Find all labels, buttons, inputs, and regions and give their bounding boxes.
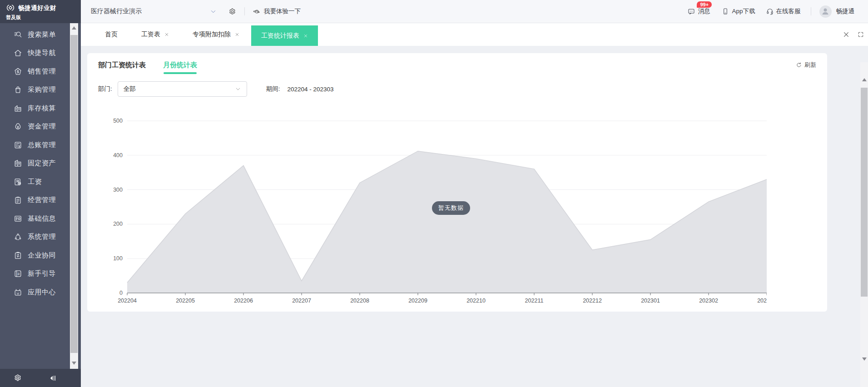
tab-close-icon[interactable]: [164, 32, 169, 37]
subtab-1[interactable]: 月份统计表: [163, 56, 197, 74]
tab-label: 工资表: [141, 30, 160, 39]
svg-text:202207: 202207: [292, 298, 311, 304]
sidebar-item-sales[interactable]: 销售管理: [0, 62, 70, 81]
messages-count-badge: 99+: [697, 1, 712, 8]
user-avatar[interactable]: [819, 5, 832, 18]
app-logo: 畅捷通好业财 普及版: [0, 0, 81, 23]
username-label[interactable]: 畅捷通: [836, 7, 855, 15]
guide-icon: 新: [14, 269, 22, 278]
app-download-button[interactable]: App下载: [722, 7, 755, 15]
svg-text:0: 0: [119, 290, 123, 296]
tab-label: 首页: [105, 30, 118, 39]
sidebar-item-search-menu[interactable]: 搜索菜单: [0, 25, 70, 44]
sidebar-item-base-info[interactable]: 基础信息: [0, 209, 70, 228]
period-filter-value: 202204 - 202303: [288, 86, 334, 93]
chevron-down-icon: [235, 86, 241, 92]
messages-button[interactable]: 消息 99+: [688, 7, 710, 15]
sidebar-item-inventory[interactable]: 库存核算: [0, 99, 70, 118]
phone-icon: [722, 8, 729, 15]
refresh-button[interactable]: 刷新: [796, 61, 816, 69]
tab-bar: 首页工资表专项附加扣除工资统计报表: [81, 23, 868, 46]
sidebar-item-label: 工资: [28, 178, 42, 186]
sidebar-item-ledger[interactable]: 总账管理: [0, 136, 70, 154]
svg-text:202303: 202303: [757, 298, 767, 304]
svg-text:新: 新: [17, 273, 20, 275]
sidebar-item-label: 基础信息: [28, 214, 56, 223]
funds-icon: [14, 122, 22, 131]
sidebar-item-guide[interactable]: 新新手引导: [0, 265, 70, 283]
page-scrollbar-thumb[interactable]: [861, 88, 868, 297]
page-scroll-down-icon[interactable]: [860, 355, 868, 362]
period-filter-label: 期间:: [266, 85, 280, 93]
page-scrollbar[interactable]: [860, 62, 868, 387]
sidebar-item-label: 企业协同: [28, 251, 56, 260]
svg-text:202206: 202206: [234, 298, 253, 304]
no-data-badge: 暂无数据: [432, 201, 470, 215]
sidebar-scroll-down-icon[interactable]: [70, 359, 78, 367]
sales-icon: [14, 67, 22, 76]
tab-document-3[interactable]: 工资统计报表: [251, 25, 318, 46]
tab-document-1[interactable]: 工资表: [129, 23, 181, 46]
sidebar-item-app-center[interactable]: 应用中心: [0, 283, 70, 302]
account-settings-gear-icon[interactable]: [228, 8, 236, 15]
sidebar-item-collab[interactable]: 企业协同: [0, 246, 70, 265]
sidebar-item-label: 应用中心: [28, 288, 56, 297]
tab-actions: [843, 23, 864, 46]
settings-gear-icon[interactable]: [14, 374, 22, 382]
tab-close-icon[interactable]: [235, 32, 239, 37]
sidebar-item-fixed-assets[interactable]: 固定资产: [0, 154, 70, 173]
chevron-down-icon[interactable]: [210, 8, 217, 15]
app-title: 畅捷通好业财: [18, 4, 56, 12]
sidebar-item-label: 固定资产: [28, 159, 56, 168]
system-icon: [14, 233, 22, 241]
department-select-value: 全部: [124, 85, 136, 93]
sidebar-item-operations[interactable]: 经营管理: [0, 191, 70, 210]
payroll-icon: [14, 178, 22, 186]
subtab-row: 部门工资统计表月份统计表 刷新: [87, 53, 827, 74]
divider: [811, 7, 811, 15]
expand-fullscreen-icon[interactable]: [858, 31, 864, 38]
sidebar-item-funds[interactable]: 资金管理: [0, 118, 70, 136]
sidebar-item-label: 采购管理: [28, 85, 56, 94]
sidebar-item-quick-nav[interactable]: 快捷导航: [0, 44, 70, 63]
ledger-icon: [14, 141, 22, 149]
refresh-icon: [796, 62, 802, 68]
chat-bubble-icon: [688, 8, 695, 15]
close-icon[interactable]: [843, 31, 850, 38]
online-support-button[interactable]: 在线客服: [766, 7, 801, 15]
experience-label: 我要体验一下: [264, 7, 301, 15]
online-support-label: 在线客服: [776, 7, 801, 15]
sidebar-item-label: 资金管理: [28, 122, 56, 131]
page-scroll-up-icon[interactable]: [860, 76, 868, 83]
divider: [244, 7, 245, 15]
sidebar: 畅捷通好业财 普及版 搜索菜单快捷导航销售管理采购管理库存核算资金管理总账管理固…: [0, 0, 81, 387]
svg-text:202210: 202210: [466, 298, 486, 304]
experience-button[interactable]: 我要体验一下: [253, 7, 301, 15]
topbar: 医疗器械行业演示 我要体验一下 消息 99+ App下载 在线客服 畅捷通: [81, 0, 868, 23]
svg-text:202301: 202301: [641, 298, 660, 304]
account-name[interactable]: 医疗器械行业演示: [91, 7, 142, 15]
svg-text:202205: 202205: [176, 298, 195, 304]
sidebar-item-label: 库存核算: [28, 104, 56, 113]
sidebar-item-payroll[interactable]: 工资: [0, 173, 70, 191]
tab-home[interactable]: 首页: [93, 23, 129, 46]
content-area: 部门工资统计表月份统计表 刷新 部门: 全部 期间: 202204 - 2023…: [81, 46, 868, 387]
subtab-0[interactable]: 部门工资统计表: [98, 56, 146, 74]
tab-close-icon[interactable]: [303, 34, 308, 38]
sidebar-item-label: 销售管理: [28, 67, 56, 76]
sidebar-item-label: 系统管理: [28, 233, 56, 241]
tab-document-2[interactable]: 专项附加扣除: [181, 23, 251, 46]
sidebar-item-purchase[interactable]: 采购管理: [0, 81, 70, 99]
sidebar-item-system[interactable]: 系统管理: [0, 228, 70, 247]
sidebar-scrollbar-thumb[interactable]: [70, 35, 78, 353]
svg-text:202211: 202211: [525, 298, 544, 304]
purchase-icon: [14, 85, 22, 94]
sidebar-item-label: 总账管理: [28, 141, 56, 149]
collapse-sidebar-icon[interactable]: [49, 374, 57, 382]
sidebar-scroll-up-icon[interactable]: [70, 24, 78, 31]
sidebar-footer: [0, 369, 81, 387]
sidebar-scrollbar[interactable]: [70, 23, 78, 369]
svg-text:400: 400: [113, 152, 123, 159]
svg-text:202204: 202204: [118, 298, 137, 304]
department-select[interactable]: 全部: [118, 81, 247, 97]
